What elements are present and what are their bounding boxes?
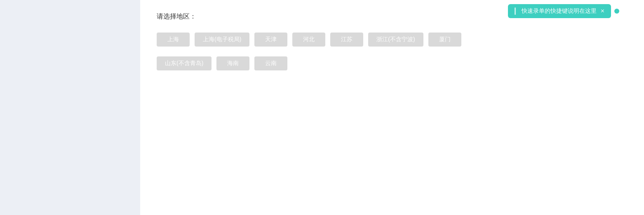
left-sidebar: [0, 0, 140, 215]
tooltip-close-button[interactable]: ×: [601, 8, 604, 14]
region-btn-shanghai[interactable]: 上海: [157, 33, 190, 47]
tooltip-container: 快速录单的快捷键说明在这里 ×: [508, 4, 619, 18]
region-btn-hainan[interactable]: 海南: [216, 56, 249, 70]
region-btn-jiangsu[interactable]: 江苏: [330, 33, 363, 47]
tooltip-dot: [614, 9, 619, 14]
tooltip-bubble: 快速录单的快捷键说明在这里 ×: [508, 4, 611, 18]
region-btn-hebei[interactable]: 河北: [292, 33, 325, 47]
region-btn-yunnan[interactable]: 云南: [254, 56, 287, 70]
region-btn-shanghai-etax[interactable]: 上海(电子税局): [195, 33, 249, 47]
region-btn-tianjin[interactable]: 天津: [254, 33, 287, 47]
main-content: 请选择地区： 上海 上海(电子税局) 天津 河北 江苏 浙江(不含宁波) 厦门 …: [140, 0, 644, 215]
region-btn-xiamen[interactable]: 厦门: [428, 33, 461, 47]
region-buttons: 上海 上海(电子税局) 天津 河北 江苏 浙江(不含宁波) 厦门 山东(不含青岛…: [157, 33, 628, 70]
tooltip-text: 快速录单的快捷键说明在这里: [522, 7, 597, 15]
region-btn-zhejiang[interactable]: 浙江(不含宁波): [368, 33, 423, 47]
region-btn-shandong[interactable]: 山东(不含青岛): [157, 56, 212, 70]
